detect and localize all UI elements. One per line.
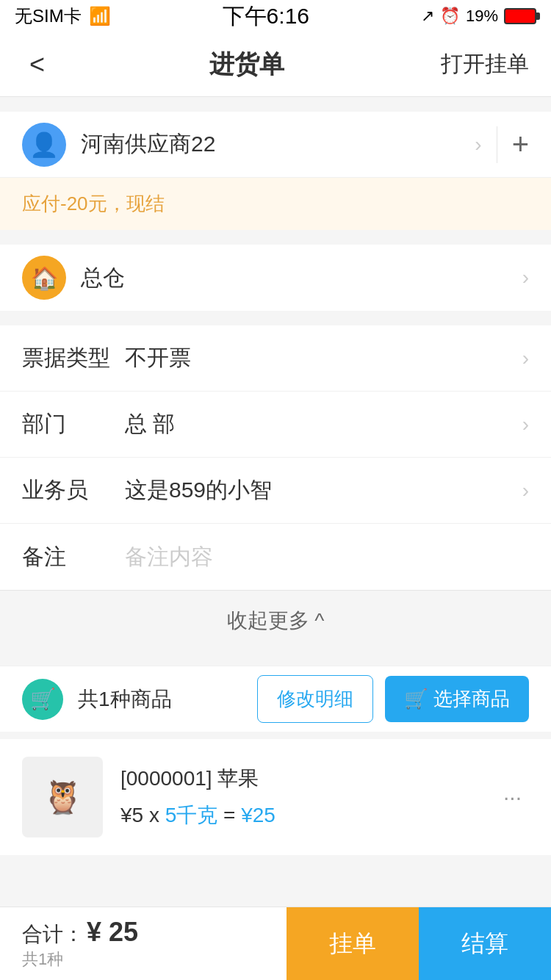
battery-icon xyxy=(504,8,536,24)
status-bar: 无SIM卡 📶 下午6:16 ↗ ⏰ 19% xyxy=(0,0,551,32)
hang-label: 挂单 xyxy=(329,928,376,960)
select-product-label: 选择商品 xyxy=(433,686,510,712)
dept-row[interactable]: 部门 总 部 › xyxy=(0,392,551,458)
select-product-icon: 🛒 xyxy=(404,688,428,710)
divider-3 xyxy=(0,311,551,325)
form-section: 票据类型 不开票 › 部门 总 部 › 业务员 这是859的小智 › 备注 备注… xyxy=(0,325,551,590)
collapse-button[interactable]: 收起更多 ^ xyxy=(0,590,551,651)
products-header: 🛒 共1种商品 修改明细 🛒 选择商品 xyxy=(0,666,551,732)
invoice-label: 票据类型 xyxy=(22,343,125,373)
chevron-right-icon: › xyxy=(475,133,481,156)
edit-detail-button[interactable]: 修改明细 xyxy=(257,675,373,723)
total-label: 合计： xyxy=(22,920,84,948)
dept-label: 部门 xyxy=(22,409,125,439)
invoice-row[interactable]: 票据类型 不开票 › xyxy=(0,325,551,392)
dept-chevron-icon: › xyxy=(522,413,529,436)
total-amount: ¥ 25 xyxy=(87,917,138,948)
notice-text: 应付-20元，现结 xyxy=(22,192,165,215)
page-title: 进货单 xyxy=(209,48,284,82)
product-price: ¥5 x 5千克 = ¥25 xyxy=(120,801,496,829)
multiply-sign: x xyxy=(149,804,165,826)
invoice-value: 不开票 xyxy=(125,343,522,373)
divider-4 xyxy=(0,651,551,666)
divider-1 xyxy=(0,97,551,112)
product-count-icon: 🛒 xyxy=(22,679,63,720)
dept-value: 总 部 xyxy=(125,409,522,439)
price-value: ¥5 xyxy=(120,804,143,826)
status-time: 下午6:16 xyxy=(223,1,309,32)
more-options-button[interactable]: ··· xyxy=(496,777,529,817)
product-thumbnail: 🦉 xyxy=(22,757,103,837)
divider-2 xyxy=(0,230,551,245)
supplier-name: 河南供应商22 xyxy=(81,129,475,159)
battery-percent: 19% xyxy=(466,7,498,26)
product-title: 苹果 xyxy=(217,767,259,790)
warehouse-row[interactable]: 🏠 总仓 › xyxy=(0,245,551,311)
vertical-divider xyxy=(497,126,497,163)
back-button[interactable]: < xyxy=(22,42,52,87)
sales-chevron-icon: › xyxy=(522,479,529,502)
carrier-text: 无SIM卡 xyxy=(15,4,82,28)
product-icon: 🛒 xyxy=(30,687,56,711)
collapse-label: 收起更多 ^ xyxy=(227,609,325,632)
warehouse-name: 总仓 xyxy=(81,263,522,293)
location-icon: ↗ xyxy=(421,7,434,26)
select-product-button[interactable]: 🛒 选择商品 xyxy=(385,676,529,722)
product-thumb-icon: 🦉 xyxy=(43,778,83,816)
warehouse-icon-wrap: 🏠 xyxy=(22,256,66,300)
total-sub: 共1种 xyxy=(22,948,264,970)
avatar-icon: 👤 xyxy=(29,131,59,159)
open-hang-button[interactable]: 打开挂单 xyxy=(441,49,529,79)
product-count-text: 共1种商品 xyxy=(78,685,257,713)
sales-value: 这是859的小智 xyxy=(125,475,522,505)
footer: 合计： ¥ 25 共1种 挂单 结算 xyxy=(0,907,551,980)
invoice-chevron-icon: › xyxy=(522,347,529,370)
status-right: ↗ ⏰ 19% xyxy=(421,7,536,26)
product-qty: 5千克 xyxy=(165,804,218,826)
supplier-avatar: 👤 xyxy=(22,123,66,167)
remark-label: 备注 xyxy=(22,542,125,572)
main-content: 👤 河南供应商22 › + 应付-20元，现结 🏠 总仓 › 票据类型 不开票 … xyxy=(0,97,551,936)
sales-row[interactable]: 业务员 这是859的小智 › xyxy=(0,458,551,524)
product-info: [0000001] 苹果 ¥5 x 5千克 = ¥25 xyxy=(120,765,496,829)
wifi-icon: 📶 xyxy=(89,6,111,26)
notice-bar: 应付-20元，现结 xyxy=(0,178,551,230)
remark-row[interactable]: 备注 备注内容 xyxy=(0,524,551,590)
product-name: [0000001] 苹果 xyxy=(120,765,496,793)
sales-label: 业务员 xyxy=(22,475,125,505)
product-total: ¥25 xyxy=(241,804,276,826)
supplier-section: 👤 河南供应商22 › + 应付-20元，现结 xyxy=(0,112,551,230)
footer-total: 合计： ¥ 25 共1种 xyxy=(0,907,287,980)
checkout-label: 结算 xyxy=(461,928,508,960)
product-code: [0000001] xyxy=(120,767,212,790)
supplier-row[interactable]: 👤 河南供应商22 › + xyxy=(0,112,551,178)
hang-button[interactable]: 挂单 xyxy=(287,907,419,980)
equals-sign: = xyxy=(223,804,241,826)
status-left: 无SIM卡 📶 xyxy=(15,4,111,28)
product-item: 🦉 [0000001] 苹果 ¥5 x 5千克 = ¥25 ··· xyxy=(0,732,551,855)
remark-input[interactable]: 备注内容 xyxy=(125,542,529,572)
add-supplier-button[interactable]: + xyxy=(512,128,529,161)
warehouse-section: 🏠 总仓 › xyxy=(0,245,551,311)
warehouse-chevron-icon: › xyxy=(522,266,529,289)
warehouse-icon: 🏠 xyxy=(31,265,58,291)
checkout-button[interactable]: 结算 xyxy=(419,907,551,980)
nav-bar: < 进货单 打开挂单 xyxy=(0,32,551,97)
alarm-icon: ⏰ xyxy=(440,7,460,26)
